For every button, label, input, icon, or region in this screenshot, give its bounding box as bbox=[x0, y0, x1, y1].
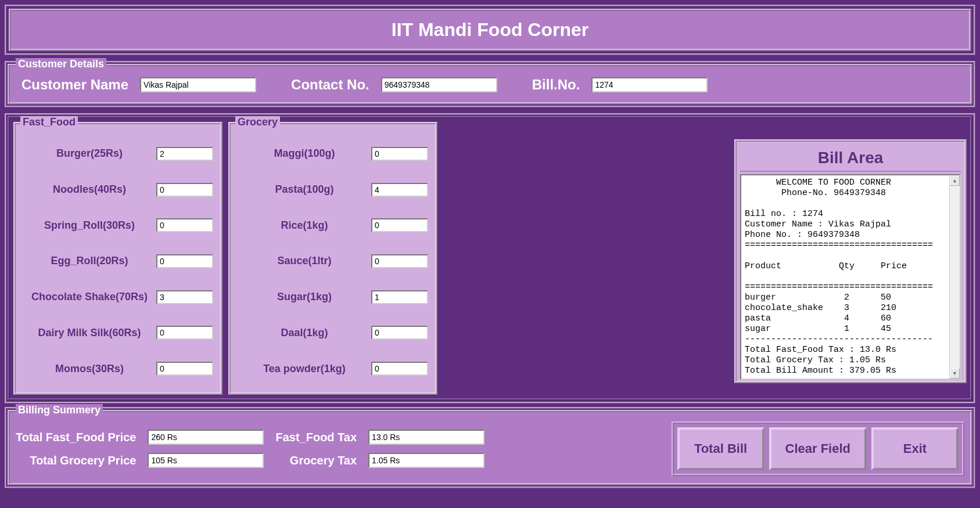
burger-input[interactable] bbox=[156, 147, 213, 161]
maggi-input[interactable] bbox=[371, 147, 428, 161]
scroll-up-icon[interactable]: ▴ bbox=[950, 175, 960, 186]
choc-shake-input[interactable] bbox=[156, 290, 213, 304]
bill-area-title: Bill Area bbox=[740, 145, 961, 172]
dairy-milk-label: Dairy Milk Silk(60Rs) bbox=[23, 327, 156, 339]
fast-food-panel: Fast_Food Burger(25Rs) Noodles(40Rs) Spr… bbox=[13, 122, 222, 395]
app-title: IIT Mandi Food Corner bbox=[19, 19, 961, 41]
sugar-input[interactable] bbox=[371, 290, 428, 304]
contact-label: Contact No. bbox=[291, 77, 369, 93]
tea-label: Tea powder(1kg) bbox=[238, 363, 371, 375]
bill-no-label: Bill.No. bbox=[532, 77, 580, 93]
scrollbar[interactable]: ▴ ▾ bbox=[949, 175, 960, 379]
dairy-milk-input[interactable] bbox=[156, 326, 213, 340]
ff-tax-input[interactable] bbox=[368, 430, 484, 445]
bill-no-input[interactable] bbox=[591, 77, 708, 92]
exit-button[interactable]: Exit bbox=[871, 427, 959, 470]
billing-summary-panel: Billing Summery Total Fast_Food Price Fa… bbox=[8, 410, 972, 485]
customer-name-input[interactable] bbox=[140, 77, 256, 92]
spring-roll-input[interactable] bbox=[156, 218, 213, 232]
egg-roll-label: Egg_Roll(20Rs) bbox=[23, 255, 156, 267]
sauce-input[interactable] bbox=[371, 254, 428, 268]
pasta-input[interactable] bbox=[371, 183, 428, 197]
sugar-label: Sugar(1kg) bbox=[238, 291, 371, 303]
ff-price-input[interactable] bbox=[148, 430, 264, 445]
gr-price-input[interactable] bbox=[148, 453, 264, 468]
momos-label: Momos(30Rs) bbox=[23, 363, 156, 375]
total-bill-button[interactable]: Total Bill bbox=[677, 427, 764, 470]
choc-shake-label: Chocolate Shake(70Rs) bbox=[23, 291, 156, 303]
egg-roll-input[interactable] bbox=[156, 254, 213, 268]
noodles-label: Noodles(40Rs) bbox=[23, 183, 156, 196]
bill-text[interactable]: WELCOME TO FOOD CORNER Phone-No. 9649379… bbox=[741, 175, 949, 379]
customer-legend: Customer Details bbox=[16, 58, 106, 70]
customer-name-label: Customer Name bbox=[21, 77, 128, 93]
customer-details-panel: Customer Details Customer Name Contact N… bbox=[8, 64, 972, 105]
gr-tax-input[interactable] bbox=[368, 453, 484, 468]
action-buttons: Total Bill Clear Field Exit bbox=[672, 421, 964, 476]
momos-input[interactable] bbox=[156, 362, 213, 376]
rice-label: Rice(1kg) bbox=[238, 219, 371, 232]
rice-input[interactable] bbox=[371, 218, 428, 232]
bill-area-panel: Bill Area WELCOME TO FOOD CORNER Phone-N… bbox=[734, 139, 967, 383]
grocery-panel: Grocery Maggi(100g) Pasta(100g) Rice(1kg… bbox=[228, 122, 437, 395]
ff-tax-label: Fast_Food Tax bbox=[275, 431, 357, 444]
title-bar: IIT Mandi Food Corner bbox=[9, 9, 971, 51]
spring-roll-label: Spring_Roll(30Rs) bbox=[23, 219, 156, 232]
contact-input[interactable] bbox=[381, 77, 497, 92]
sauce-label: Sauce(1ltr) bbox=[238, 255, 371, 267]
burger-label: Burger(25Rs) bbox=[23, 147, 156, 160]
grocery-legend: Grocery bbox=[235, 116, 280, 128]
daal-input[interactable] bbox=[371, 326, 428, 340]
gr-price-label: Total Grocery Price bbox=[16, 454, 136, 467]
fast-food-legend: Fast_Food bbox=[20, 116, 78, 128]
summary-legend: Billing Summery bbox=[16, 404, 103, 416]
daal-label: Daal(1kg) bbox=[238, 327, 371, 339]
pasta-label: Pasta(100g) bbox=[238, 183, 371, 196]
ff-price-label: Total Fast_Food Price bbox=[16, 431, 136, 444]
tea-input[interactable] bbox=[371, 362, 428, 376]
scroll-down-icon[interactable]: ▾ bbox=[950, 368, 960, 379]
gr-tax-label: Grocery Tax bbox=[275, 454, 357, 467]
clear-field-button[interactable]: Clear Field bbox=[769, 427, 867, 470]
maggi-label: Maggi(100g) bbox=[238, 147, 371, 160]
noodles-input[interactable] bbox=[156, 183, 213, 197]
